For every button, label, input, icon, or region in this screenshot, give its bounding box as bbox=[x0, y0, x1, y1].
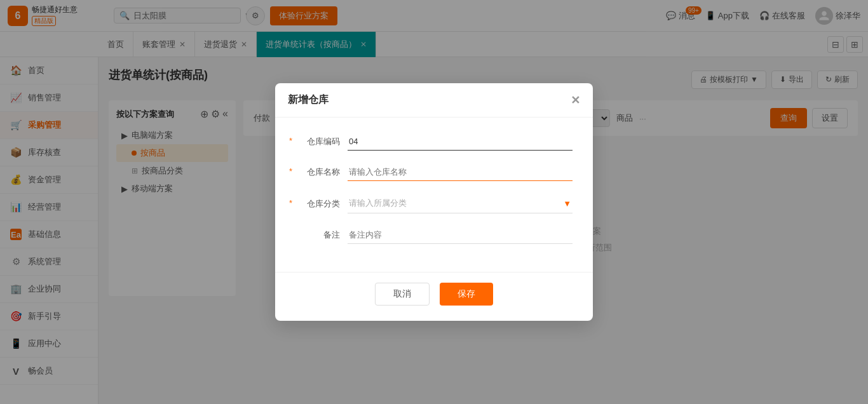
code-label: 仓库编码 bbox=[295, 136, 340, 147]
form-row-name: 仓库名称 bbox=[295, 163, 573, 181]
form-row-category: 仓库分类 请输入所属分类 ▼ bbox=[295, 194, 573, 213]
form-row-notes: 备注 bbox=[295, 226, 573, 244]
name-label: 仓库名称 bbox=[295, 166, 340, 178]
category-select[interactable]: 请输入所属分类 ▼ bbox=[348, 194, 573, 213]
category-label: 仓库分类 bbox=[295, 198, 340, 210]
category-placeholder: 请输入所属分类 bbox=[349, 198, 407, 209]
modal-body: 仓库编码 仓库名称 仓库分类 请输入所属分类 ▼ 备注 bbox=[275, 118, 593, 272]
notes-label: 备注 bbox=[295, 229, 340, 241]
name-input[interactable] bbox=[348, 163, 573, 181]
notes-input[interactable] bbox=[348, 226, 573, 244]
modal-close-icon[interactable]: ✕ bbox=[571, 95, 580, 106]
save-button[interactable]: 保存 bbox=[440, 283, 493, 306]
cancel-button[interactable]: 取消 bbox=[375, 283, 430, 306]
modal-overlay[interactable]: 新增仓库 ✕ 仓库编码 仓库名称 仓库分类 请输入所属分类 ▼ bbox=[0, 0, 868, 404]
modal-footer: 取消 保存 bbox=[275, 272, 593, 321]
form-row-code: 仓库编码 bbox=[295, 133, 573, 151]
code-input[interactable] bbox=[348, 133, 573, 151]
category-dropdown-icon: ▼ bbox=[563, 199, 571, 208]
modal-header: 新增仓库 ✕ bbox=[275, 83, 593, 118]
modal-title: 新增仓库 bbox=[288, 93, 329, 107]
new-warehouse-modal: 新增仓库 ✕ 仓库编码 仓库名称 仓库分类 请输入所属分类 ▼ bbox=[275, 83, 593, 321]
